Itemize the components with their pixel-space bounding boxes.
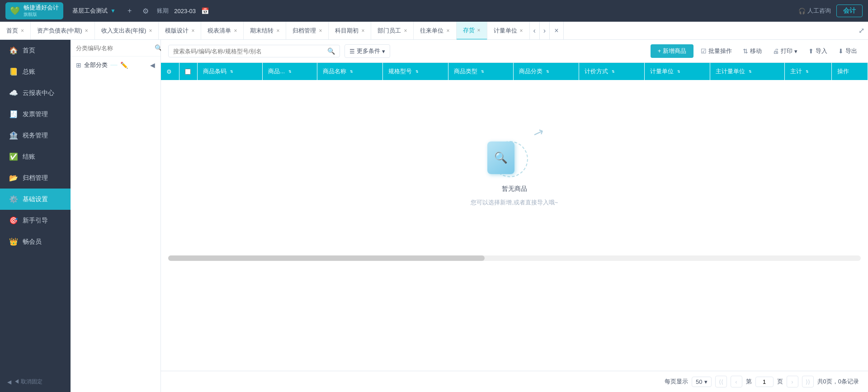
- th-checkbox[interactable]: [179, 63, 197, 80]
- th-pricing-label: 计价方式: [585, 67, 608, 76]
- per-page-select[interactable]: 50 ▾: [692, 377, 711, 387]
- kuaiji-badge[interactable]: 会计: [836, 5, 863, 17]
- tab-template[interactable]: 模版设计 ×: [159, 22, 201, 40]
- tab-income-close[interactable]: ×: [149, 28, 152, 34]
- main-unit-sort-icon[interactable]: ⇅: [749, 70, 752, 74]
- sidebar-item-close[interactable]: ✅ 结账: [0, 146, 71, 167]
- main-sort-icon[interactable]: ⇅: [806, 70, 809, 74]
- scrollbar-thumb[interactable]: [168, 255, 485, 261]
- th-pricing[interactable]: 计价方式 ⇅: [579, 63, 645, 80]
- tab-next-btn[interactable]: ›: [540, 22, 550, 40]
- next-page-btn[interactable]: ›: [787, 376, 798, 387]
- th-main[interactable]: 主计 ⇅: [784, 63, 831, 80]
- settings-btn[interactable]: ⚙: [140, 5, 151, 17]
- tab-dept-close[interactable]: ×: [404, 28, 407, 34]
- th-category[interactable]: 商品分类 ⇅: [514, 63, 579, 80]
- workspace-arrow-icon: ▼: [110, 8, 116, 14]
- select-all-checkbox[interactable]: [185, 69, 191, 75]
- product-search-input[interactable]: [173, 48, 325, 55]
- last-page-btn[interactable]: ⟩⟩: [802, 376, 814, 387]
- spec-sort-icon[interactable]: ⇅: [415, 70, 419, 74]
- unit-sort-icon[interactable]: ⇅: [677, 70, 680, 74]
- tab-balance-sheet[interactable]: 资产负债表(中期) ×: [31, 22, 95, 40]
- tab-tax[interactable]: 税表清单 ×: [201, 22, 244, 40]
- move-label: 移动: [750, 47, 762, 55]
- grid-icon[interactable]: ⊞: [76, 61, 81, 69]
- th-spec[interactable]: 规格型号 ⇅: [382, 63, 448, 80]
- th-action-label: 操作: [837, 67, 849, 76]
- tab-archive-close[interactable]: ×: [319, 28, 322, 34]
- category-search-input[interactable]: [76, 45, 152, 52]
- edit-icon[interactable]: ✏️: [120, 61, 128, 69]
- export-icon: ⬇: [838, 47, 844, 55]
- close-all-icon: ×: [554, 27, 558, 35]
- tab-unit[interactable]: 计量单位 ×: [487, 22, 530, 40]
- th-settings[interactable]: ⚙: [161, 63, 179, 80]
- tab-archive[interactable]: 归档管理 ×: [286, 22, 329, 40]
- th-type[interactable]: 商品类型 ⇅: [448, 63, 514, 80]
- print-btn[interactable]: 🖨 打印 ▾: [769, 45, 801, 57]
- unpin-btn[interactable]: ◀ ◀ 取消固定: [0, 372, 71, 392]
- category-sort-icon[interactable]: ⇅: [546, 70, 549, 74]
- logo-area[interactable]: 💚 畅捷通好会计 旗舰版: [5, 2, 63, 19]
- tab-tax-close[interactable]: ×: [234, 28, 237, 34]
- calendar-icon[interactable]: 📅: [201, 7, 209, 14]
- tab-period-close[interactable]: ×: [276, 28, 279, 34]
- sidebar-item-ledger[interactable]: 📒 总账: [0, 61, 71, 82]
- batch-btn[interactable]: ☑ 批量操作: [697, 45, 736, 57]
- tab-inventory-close[interactable]: ×: [477, 27, 481, 33]
- first-page-btn[interactable]: ⟨⟨: [715, 376, 727, 387]
- page-number-input[interactable]: [755, 377, 774, 387]
- filter-btn[interactable]: ☰ 更多条件 ▾: [344, 44, 390, 58]
- add-workspace-btn[interactable]: +: [125, 5, 134, 17]
- type-sort-icon[interactable]: ⇅: [481, 70, 484, 74]
- th-name[interactable]: 商品名称 ⇅: [317, 63, 383, 80]
- export-btn[interactable]: ⬇ 导出: [835, 45, 861, 57]
- sidebar-item-settings[interactable]: ⚙️ 基础设置: [0, 189, 71, 210]
- sidebar-item-member[interactable]: 👑 畅会员: [0, 231, 71, 252]
- tab-dept[interactable]: 部门员工 ×: [371, 22, 414, 40]
- import-btn[interactable]: ⬆ 导入: [805, 45, 831, 57]
- move-btn[interactable]: ⇅ 移动: [739, 45, 765, 57]
- tab-subject-close[interactable]: ×: [361, 28, 364, 34]
- tab-home-close[interactable]: ×: [21, 28, 24, 34]
- sidebar-item-report[interactable]: ☁️ 云报表中心: [0, 82, 71, 104]
- tab-subject[interactable]: 科目期初 ×: [329, 22, 371, 40]
- tab-prev-btn[interactable]: ‹: [530, 22, 540, 40]
- pricing-sort-icon[interactable]: ⇅: [612, 70, 615, 74]
- page-prefix: 第: [746, 378, 752, 386]
- tab-partner[interactable]: 往来单位 ×: [414, 22, 456, 40]
- tab-home[interactable]: 首页 ×: [0, 22, 31, 40]
- tab-expand-btn[interactable]: ⤢: [855, 22, 868, 40]
- tab-partner-close[interactable]: ×: [446, 28, 449, 34]
- horizontal-scrollbar[interactable]: [168, 255, 861, 261]
- collapse-icon[interactable]: ◀: [150, 61, 155, 69]
- sidebar-item-home[interactable]: 🏠 首页: [0, 40, 71, 61]
- tab-inventory[interactable]: 存货 ×: [457, 22, 487, 40]
- tab-unit-close[interactable]: ×: [520, 28, 523, 34]
- th-main-unit[interactable]: 主计量单位 ⇅: [710, 63, 784, 80]
- service-btn[interactable]: 🎧 人工咨询: [798, 7, 831, 15]
- tax-icon: 🏦: [9, 131, 18, 140]
- tab-income[interactable]: 收入支出表(年报) ×: [95, 22, 159, 40]
- sidebar-item-guide[interactable]: 🎯 新手引导: [0, 210, 71, 231]
- code-sort-icon[interactable]: ⇅: [288, 70, 292, 74]
- th-code[interactable]: 商品... ⇅: [263, 63, 317, 80]
- sidebar-item-tax[interactable]: 🏦 税务管理: [0, 125, 71, 146]
- workspace-selector[interactable]: 基层工会测试 ▼: [69, 5, 119, 17]
- search-icon[interactable]: 🔍: [327, 47, 335, 55]
- barcode-sort-icon[interactable]: ⇅: [230, 70, 233, 74]
- tab-template-close[interactable]: ×: [191, 28, 194, 34]
- tab-close-all-btn[interactable]: ×: [550, 22, 563, 40]
- tab-period[interactable]: 期末结转 ×: [244, 22, 286, 40]
- tab-balance-close[interactable]: ×: [85, 28, 88, 34]
- th-type-label: 商品类型: [454, 67, 477, 76]
- th-barcode[interactable]: 商品条码 ⇅: [197, 63, 263, 80]
- add-product-btn[interactable]: + 新增商品: [651, 44, 693, 58]
- sidebar-item-invoice[interactable]: 🧾 发票管理: [0, 104, 71, 125]
- sidebar-item-archive[interactable]: 📂 归档管理: [0, 167, 71, 189]
- prev-page-btn[interactable]: ‹: [731, 376, 742, 387]
- right-main: 🔍 ☰ 更多条件 ▾ + 新增商品 ☑ 批量操作 ⇅: [161, 40, 868, 392]
- name-sort-icon[interactable]: ⇅: [350, 70, 353, 74]
- th-unit[interactable]: 计量单位 ⇅: [644, 63, 710, 80]
